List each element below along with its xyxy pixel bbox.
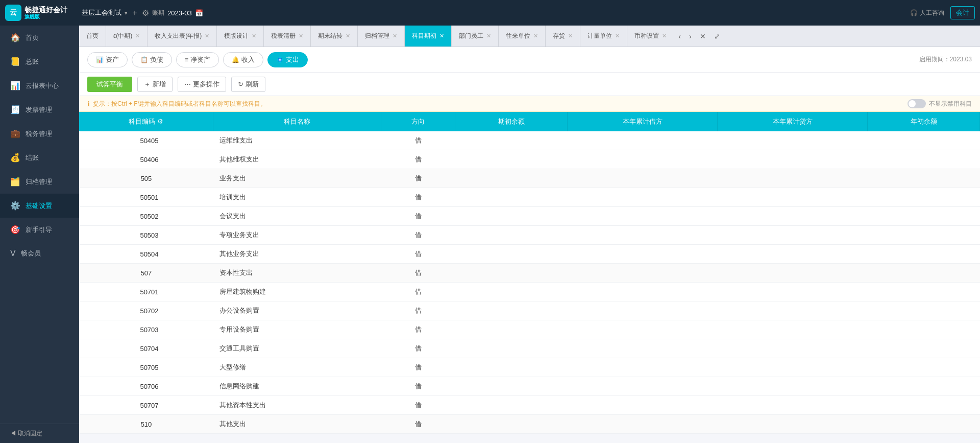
balance-btn[interactable]: 试算平衡	[87, 77, 132, 92]
cell-code-4: 50502	[79, 207, 213, 226]
cell-bnldf-15	[718, 415, 868, 434]
cell-qcye-2	[455, 169, 568, 188]
tab-计量单位[interactable]: 计量单位✕	[580, 26, 627, 47]
cell-name-5: 专项业务支出	[213, 226, 381, 245]
info-icon: ℹ	[87, 100, 90, 108]
cat-tab-净资产[interactable]: ≡净资产	[176, 52, 219, 67]
tab-close-8[interactable]: ✕	[486, 33, 491, 39]
table-row[interactable]: 50405 运维维支出 借	[79, 131, 980, 150]
period-calendar-icon[interactable]: 📅	[195, 9, 203, 17]
table-row[interactable]: 50702 办公设备购置 借	[79, 301, 980, 320]
sidebar-item-云报表中心[interactable]: 📊云报表中心	[0, 74, 79, 98]
kuaiji-badge[interactable]: 会计	[950, 6, 975, 19]
sidebar-item-归档管理[interactable]: 🗂️归档管理	[0, 170, 79, 194]
tab-科目期初[interactable]: 科目期初✕	[405, 26, 452, 47]
tab-归档管理[interactable]: 归档管理✕	[358, 26, 405, 47]
headset-icon: 🎧	[910, 9, 918, 16]
disable-toggle-switch[interactable]	[908, 99, 926, 108]
table-row[interactable]: 50707 其他资本性支出 借	[79, 396, 980, 415]
tab-label-4: 税表清册	[271, 32, 296, 40]
table-row[interactable]: 50704 交通工具购置 借	[79, 339, 980, 358]
tab-close-7[interactable]: ✕	[439, 33, 444, 39]
sidebar-item-首页[interactable]: 🏠首页	[0, 26, 79, 50]
tab-close-11[interactable]: ✕	[615, 33, 620, 39]
sidebar-label-5: 结账	[26, 153, 39, 162]
table-row[interactable]: 50503 专项业务支出 借	[79, 226, 980, 245]
tab-close-6[interactable]: ✕	[393, 33, 397, 39]
cell-code-10: 50703	[79, 320, 213, 339]
tab-模版设计[interactable]: 模版设计✕	[217, 26, 264, 47]
tab-close-9[interactable]: ✕	[533, 33, 538, 39]
sidebar-collapse-btn[interactable]: ◀ 取消固定	[0, 424, 79, 443]
tab-首页[interactable]: 首页	[79, 26, 106, 47]
table-row[interactable]: 507 资本性支出 借	[79, 264, 980, 283]
refresh-btn[interactable]: ↻ 刷新	[231, 77, 265, 92]
table-row[interactable]: 505 业务支出 借	[79, 169, 980, 188]
table-row[interactable]: 510 其他支出 借	[79, 415, 980, 434]
sidebar-item-发票管理[interactable]: 🧾发票管理	[0, 98, 79, 122]
project-dropdown-icon[interactable]: ▾	[125, 10, 128, 16]
sidebar-item-结账[interactable]: 💰结账	[0, 146, 79, 170]
cell-bnldf-5	[718, 226, 868, 245]
cell-qcye-5	[455, 226, 568, 245]
sidebar-item-基础设置[interactable]: ⚙️基础设置	[0, 194, 79, 218]
th-4: 本年累计借方	[568, 112, 718, 131]
cell-code-14: 50707	[79, 396, 213, 415]
sidebar-icon-1: 📒	[10, 57, 20, 66]
tab-ε(中期)[interactable]: ε(中期)✕	[106, 26, 148, 47]
tab-税表清册[interactable]: 税表清册✕	[264, 26, 311, 47]
tab-close-3[interactable]: ✕	[252, 33, 256, 39]
tab-往来单位[interactable]: 往来单位✕	[499, 26, 546, 47]
cell-direction-1: 借	[381, 150, 455, 169]
main-layout: 🏠首页📒总账📊云报表中心🧾发票管理💼税务管理💰结账🗂️归档管理⚙️基础设置🎯新手…	[0, 26, 980, 443]
tab-close-4[interactable]: ✕	[299, 33, 303, 39]
cell-bnldf-11	[718, 339, 868, 358]
table-row[interactable]: 50502 会议支出 借	[79, 207, 980, 226]
sidebar-item-税务管理[interactable]: 💼税务管理	[0, 122, 79, 146]
tab-close-all[interactable]: ✕	[696, 26, 710, 47]
table-row[interactable]: 50701 房屋建筑物购建 借	[79, 283, 980, 301]
cell-bnldf-2	[718, 169, 868, 188]
add-btn[interactable]: ＋ 新增	[137, 77, 173, 92]
sidebar-item-畅会员[interactable]: V畅会员	[0, 242, 79, 265]
customer-service-btn[interactable]: 🎧 人工咨询	[910, 9, 944, 17]
sidebar-label-6: 归档管理	[26, 177, 52, 186]
cell-ncye-6	[868, 245, 980, 264]
tab-close-2[interactable]: ✕	[205, 33, 209, 39]
sidebar-item-总账[interactable]: 📒总账	[0, 50, 79, 74]
cell-bnljf-15	[568, 415, 718, 434]
tab-nav-prev[interactable]: ‹	[674, 26, 685, 47]
cat-tab-负债[interactable]: 📋负债	[132, 52, 172, 67]
tab-close-10[interactable]: ✕	[568, 33, 573, 39]
sidebar-item-新手引导[interactable]: 🎯新手引导	[0, 218, 79, 242]
tab-expand[interactable]: ⤢	[710, 26, 724, 47]
gear-icon[interactable]: ⚙	[157, 118, 163, 125]
cell-ncye-8	[868, 283, 980, 301]
project-name[interactable]: 基层工会测试	[82, 8, 121, 17]
tab-期末结转[interactable]: 期末结转✕	[311, 26, 358, 47]
more-btn[interactable]: ⋯ 更多操作	[178, 77, 226, 92]
refresh-label: 刷新	[246, 80, 259, 89]
cat-tab-资产[interactable]: 📊资产	[87, 52, 128, 67]
table-row[interactable]: 50501 培训支出 借	[79, 188, 980, 207]
tab-close-12[interactable]: ✕	[662, 33, 667, 39]
tab-收入支出表(年报)[interactable]: 收入支出表(年报)✕	[148, 26, 217, 47]
table-row[interactable]: 50703 专用设备购置 借	[79, 320, 980, 339]
tab-close-1[interactable]: ✕	[135, 33, 140, 39]
tab-部门员工[interactable]: 部门员工✕	[452, 26, 499, 47]
tab-close-5[interactable]: ✕	[346, 33, 350, 39]
add-project-icon[interactable]: ＋	[131, 8, 139, 18]
table-row[interactable]: 50504 其他业务支出 借	[79, 245, 980, 264]
logo-sub: 旗舰版	[24, 14, 67, 20]
tab-币种设置[interactable]: 币种设置✕	[627, 26, 674, 47]
tab-nav-next[interactable]: ›	[685, 26, 696, 47]
cell-code-1: 50406	[79, 150, 213, 169]
table-row[interactable]: 50705 大型修缮 借	[79, 358, 980, 377]
cat-tab-收入[interactable]: 🔔收入	[223, 52, 263, 67]
table-row[interactable]: 50406 其他维权支出 借	[79, 150, 980, 169]
tab-存货[interactable]: 存货✕	[546, 26, 580, 47]
cell-ncye-11	[868, 339, 980, 358]
project-settings-icon[interactable]: ⚙	[142, 8, 149, 18]
table-row[interactable]: 50706 信息网络购建 借	[79, 377, 980, 396]
cat-tab-支出[interactable]: 💠支出	[267, 52, 308, 67]
